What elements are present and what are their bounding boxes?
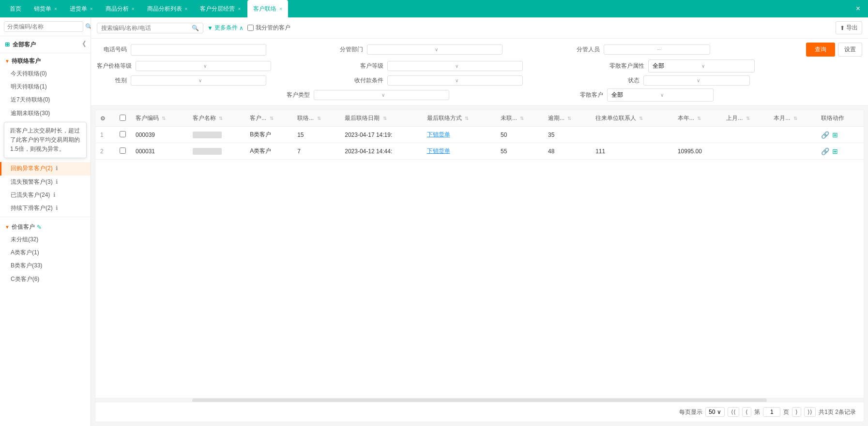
sidebar-item-today[interactable]: 今天待联络(0) — [0, 67, 91, 80]
nav-tab-customer-contact-close[interactable]: × — [279, 6, 282, 12]
window-close-button[interactable]: × — [852, 4, 864, 13]
sidebar-item-tomorrow[interactable]: 明天待联络(1) — [0, 80, 91, 93]
last-contact-method-link[interactable]: 下销货单 — [427, 131, 450, 138]
sort-overdue-icon: ⇅ — [567, 116, 571, 121]
filter-status-select[interactable]: ∨ — [643, 75, 750, 86]
nav-tab-purchase-close[interactable]: × — [90, 6, 93, 12]
table-area: ⚙ 客户编码 ⇅ 客户名称 ⇅ — [95, 110, 864, 422]
th-unreplied[interactable]: 未联... ⇅ — [496, 110, 543, 127]
table-settings-icon[interactable]: ⚙ — [100, 115, 106, 122]
nav-tab-sales[interactable]: 销货单 × — [28, 0, 63, 17]
query-button[interactable]: 查询 — [806, 43, 835, 57]
th-name[interactable]: 客户名称 ⇅ — [188, 110, 245, 127]
nav-tab-home[interactable]: 首页 — [4, 0, 27, 17]
cell-last-contact-method: 下销货单 — [422, 143, 496, 160]
filter-zero-retail-field: 零散客户 全部 ∨ — [573, 88, 863, 102]
zero-retail-attr-select-arrow: ∨ — [701, 63, 750, 69]
filter-manager-select[interactable]: ··· — [604, 44, 710, 55]
row-checkbox[interactable] — [120, 131, 126, 137]
sidebar-pending-group-title[interactable]: ▼ 待联络客户 — [0, 55, 91, 67]
cell-last-month — [721, 143, 769, 160]
page-number-input[interactable] — [763, 407, 780, 417]
filter-price-level-label: 客户价格等级 — [97, 62, 136, 70]
last-page-button[interactable]: ⟩⟩ — [804, 407, 816, 417]
nav-tab-product-list-close[interactable]: × — [185, 6, 188, 12]
nav-tab-product-list[interactable]: 商品分析列表 × — [141, 0, 194, 17]
more-conditions-button[interactable]: ▼ 更多条件 ∧ — [207, 24, 244, 32]
customer-name-blurred — [193, 132, 222, 138]
row-checkbox[interactable] — [120, 147, 126, 154]
sidebar-item-7days[interactable]: 近7天待联络(0) — [0, 93, 91, 106]
th-overdue[interactable]: 逾期... ⇅ — [543, 110, 591, 127]
cell-contact-count: 15 — [292, 127, 340, 143]
th-last-contact-method[interactable]: 最后联络方式 ⇅ — [422, 110, 496, 127]
prev-page-button[interactable]: ⟨ — [742, 407, 751, 417]
sidebar-item-class-b[interactable]: B类客户(33) — [0, 259, 91, 272]
sidebar-item-class-c[interactable]: C类客户(6) — [0, 273, 91, 286]
edit-value-group-icon[interactable]: ✎ — [37, 224, 42, 231]
action-more-icon[interactable]: ⊞ — [832, 131, 838, 139]
action-link-icon[interactable]: 🔗 — [821, 147, 829, 155]
sidebar-item-class-a[interactable]: A类客户(1) — [0, 246, 91, 259]
select-all-checkbox[interactable] — [120, 115, 126, 121]
th-type[interactable]: 客户... ⇅ — [245, 110, 292, 127]
th-this-year[interactable]: 本年... ⇅ — [673, 110, 721, 127]
payment-select-arrow: ∨ — [455, 78, 518, 83]
horizontal-scrollbar[interactable] — [95, 398, 864, 402]
filter-phone-input[interactable] — [131, 44, 266, 56]
filter-customer-level-select[interactable]: ∨ — [387, 61, 523, 71]
filter-zero-retail-select[interactable]: 全部 ∨ — [607, 88, 714, 102]
action-more-icon[interactable]: ⊞ — [832, 147, 838, 155]
nav-tab-customer-segmentation-close[interactable]: × — [238, 6, 241, 12]
th-contact-count[interactable]: 联络... ⇅ — [292, 110, 340, 127]
sidebar-all-customers-header: ⊞ 全部客户 《 — [0, 36, 91, 53]
sort-last-contact-date-icon: ⇅ — [383, 116, 387, 121]
th-this-month[interactable]: 本月... ⇅ — [769, 110, 816, 127]
cell-unreplied: 50 — [496, 127, 543, 143]
first-page-button[interactable]: ⟨⟨ — [728, 407, 739, 417]
th-unit-contact[interactable]: 往来单位联系人 ⇅ — [591, 110, 673, 127]
filter-gender-select[interactable]: ∨ — [131, 75, 266, 86]
filter-customer-type-select[interactable]: ∨ — [314, 90, 449, 100]
next-page-button[interactable]: ⟩ — [792, 407, 801, 417]
filter-payment-select[interactable]: ∨ — [387, 75, 523, 86]
setting-button[interactable]: 设置 — [838, 43, 862, 57]
filter-zero-retail-attr-select[interactable]: 全部 ∨ — [648, 59, 755, 73]
filter-row-1: 电话号码 分管部门 ∨ 分管人员 ··· — [97, 43, 862, 57]
sidebar-value-group-title[interactable]: ▼ 价值客户 ✎ — [0, 221, 91, 233]
cell-type: A类客户 — [245, 143, 292, 160]
sidebar-collapse-button[interactable]: 《 — [79, 40, 86, 49]
cell-unreplied: 55 — [496, 143, 543, 160]
sidebar-item-overdue[interactable]: 逾期未联络(30) — [0, 107, 91, 120]
action-link-icon[interactable]: 🔗 — [821, 131, 829, 139]
grid-icon: ⊞ — [5, 41, 10, 48]
sidebar-item-lost[interactable]: 已流失客户(24) ℹ — [0, 189, 91, 202]
sidebar-item-abnormal[interactable]: 回购异常客户(2) ℹ — [0, 162, 91, 175]
th-last-contact-date[interactable]: 最后联络日期 ⇅ — [340, 110, 422, 127]
filter-zero-retail-attr-label: 零散客户属性 — [609, 62, 648, 70]
sidebar-item-ungroup[interactable]: 未分组(32) — [0, 233, 91, 246]
per-page-select[interactable]: 50 ∨ — [705, 407, 725, 417]
filter-bar: 🔍 ▼ 更多条件 ∧ 我分管的客户 ⬆ 导出 — [91, 17, 868, 39]
th-code[interactable]: 客户编码 ⇅ — [131, 110, 188, 127]
sidebar-item-lost-warning[interactable]: 流失预警客户(3) ℹ — [0, 176, 91, 189]
nav-tab-customer-contact[interactable]: 客户联络 × — [247, 0, 288, 17]
nav-tab-customer-segmentation[interactable]: 客户分层经营 × — [194, 0, 246, 17]
last-contact-method-link[interactable]: 下销货单 — [427, 147, 450, 154]
per-page-select-arrow: ∨ — [717, 409, 721, 415]
nav-tab-product-analysis[interactable]: 商品分析 × — [100, 0, 140, 17]
nav-tab-product-analysis-close[interactable]: × — [132, 6, 135, 12]
nav-tab-purchase[interactable]: 进货单 × — [64, 0, 99, 17]
search-icon[interactable]: 🔍 — [192, 25, 199, 31]
search-input[interactable] — [101, 25, 192, 31]
cell-this-year — [673, 127, 721, 143]
th-last-month[interactable]: 上月... ⇅ — [721, 110, 769, 127]
export-button[interactable]: ⬆ 导出 — [836, 21, 862, 34]
sidebar-search-input[interactable] — [4, 21, 83, 32]
sidebar-item-declining[interactable]: 持续下滑客户(2) ℹ — [0, 202, 91, 215]
nav-tab-sales-close[interactable]: × — [54, 6, 57, 12]
sidebar-search-icon[interactable]: 🔍 — [85, 23, 91, 30]
filter-price-level-select[interactable]: ∨ — [136, 61, 271, 71]
my-customer-checkbox[interactable] — [247, 25, 254, 31]
filter-department-select[interactable]: ∨ — [367, 44, 503, 55]
